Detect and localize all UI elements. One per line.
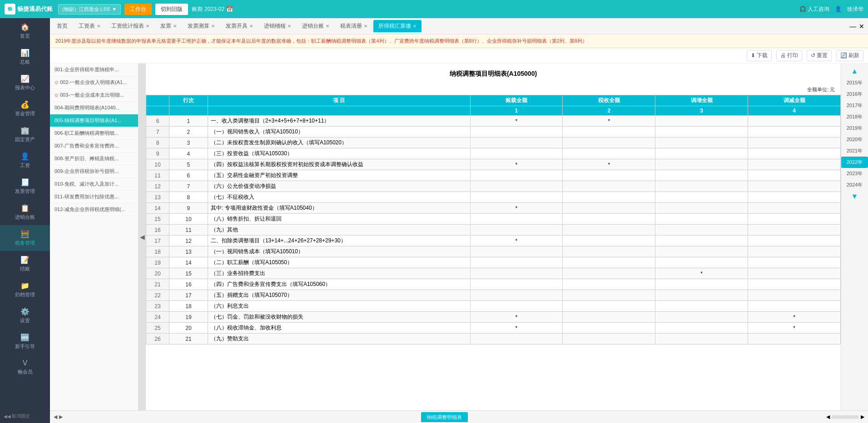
row-c3[interactable]	[655, 312, 748, 323]
refresh-button[interactable]: 🔄 刷新	[836, 50, 863, 61]
row-index[interactable]: 19	[169, 312, 208, 323]
row-c4[interactable]	[748, 116, 841, 127]
row-line-num[interactable]: 19	[146, 257, 169, 268]
row-index[interactable]: 9	[169, 203, 208, 214]
row-c3[interactable]	[655, 301, 748, 312]
row-c3[interactable]	[655, 246, 748, 257]
row-c1[interactable]	[470, 214, 563, 225]
year-2018[interactable]: 2018年	[841, 111, 868, 123]
nav-item-002[interactable]: ⊙ 002-一般企业收入明细表(A1...	[50, 76, 138, 89]
row-c1[interactable]: *	[470, 159, 563, 170]
row-c4[interactable]	[748, 301, 841, 312]
row-c2[interactable]	[563, 181, 655, 192]
window-minimize[interactable]: —	[850, 23, 856, 30]
row-c3[interactable]	[655, 214, 748, 225]
tab-salary-stats-close[interactable]: ✕	[146, 24, 149, 29]
row-c2[interactable]	[563, 334, 655, 344]
row-index[interactable]: 20	[169, 323, 208, 334]
sidebar-item-reports[interactable]: 📈 报表中心	[0, 70, 50, 96]
scroll-bar[interactable]	[832, 415, 859, 419]
row-line-num[interactable]: 7	[146, 127, 169, 138]
old-version-button[interactable]: 切到旧版	[155, 4, 188, 15]
row-c1[interactable]: *	[470, 312, 563, 323]
row-c4[interactable]	[748, 290, 841, 301]
row-c2[interactable]	[563, 203, 655, 214]
nav-item-010[interactable]: 010-免税、减计收入及加计...	[50, 178, 138, 191]
tab-purchase-audit[interactable]: 进销稽核 ✕	[259, 20, 296, 32]
row-line-num[interactable]: 23	[146, 301, 169, 312]
tab-purchase-ledger-close[interactable]: ✕	[326, 24, 329, 29]
row-c2[interactable]	[563, 290, 655, 301]
row-c4[interactable]	[748, 148, 841, 159]
row-index[interactable]: 6	[169, 170, 208, 181]
year-2019[interactable]: 2019年	[841, 123, 868, 134]
support-link[interactable]: 🎧 人工咨询	[799, 5, 829, 13]
nav-item-005[interactable]: 005-纳税调整项目明细表(A1...	[50, 114, 138, 127]
row-c4[interactable]	[748, 214, 841, 225]
row-c4[interactable]	[748, 236, 841, 246]
row-c4[interactable]	[748, 203, 841, 214]
row-c1[interactable]	[470, 334, 563, 344]
calendar-icon[interactable]: 📅	[226, 6, 233, 12]
year-2022[interactable]: 2022年	[841, 157, 868, 168]
row-c1[interactable]	[470, 148, 563, 159]
nav-item-012[interactable]: 012-减免企业所得税优惠明细(...	[50, 203, 138, 216]
row-line-num[interactable]: 10	[146, 159, 169, 170]
row-c1[interactable]	[470, 257, 563, 268]
nav-item-011[interactable]: 011-研发费用加计扣除优惠...	[50, 191, 138, 203]
row-line-num[interactable]: 21	[146, 279, 169, 290]
year-2024[interactable]: 2024年	[841, 179, 868, 191]
pin-toggle[interactable]: ◀◀ 取消固定	[0, 409, 50, 423]
sidebar-item-assets[interactable]: 🏢 固定资产	[0, 122, 50, 148]
row-c2[interactable]	[563, 268, 655, 279]
tab-invoice-issue[interactable]: 发票开具 ✕	[221, 20, 258, 32]
row-index[interactable]: 8	[169, 192, 208, 203]
row-index[interactable]: 1	[169, 116, 208, 127]
row-c2[interactable]	[563, 312, 655, 323]
tab-income-tax[interactable]: 所得税汇算缴 ✕	[373, 20, 422, 32]
row-line-num[interactable]: 18	[146, 246, 169, 257]
row-c3[interactable]	[655, 138, 748, 148]
nav-item-006[interactable]: 006-职工薪酬纳税调整明细...	[50, 127, 138, 140]
row-c3[interactable]	[655, 279, 748, 290]
row-line-num[interactable]: 14	[146, 203, 169, 214]
year-2016[interactable]: 2016年	[841, 89, 868, 100]
tab-tax-list[interactable]: 税表清册 ✕	[335, 20, 372, 32]
row-c3[interactable]	[655, 181, 748, 192]
row-line-num[interactable]: 13	[146, 192, 169, 203]
sidebar-item-settings[interactable]: ⚙️ 设置	[0, 303, 50, 329]
row-c4[interactable]: *	[748, 312, 841, 323]
row-c1[interactable]: *	[470, 236, 563, 246]
tab-invoice-close[interactable]: ✕	[173, 24, 177, 29]
row-index[interactable]: 11	[169, 225, 208, 236]
sidebar-item-guide[interactable]: 🆕 新手引导	[0, 329, 50, 354]
row-c3[interactable]	[655, 148, 748, 159]
nav-item-007[interactable]: 007-广告费和业务宣传费跨...	[50, 140, 138, 152]
row-c4[interactable]	[748, 257, 841, 268]
tab-purchase-ledger[interactable]: 进销台账 ✕	[297, 20, 334, 32]
row-index[interactable]: 5	[169, 159, 208, 170]
row-c2[interactable]: *	[563, 116, 655, 127]
row-line-num[interactable]: 6	[146, 116, 169, 127]
row-c4[interactable]	[748, 246, 841, 257]
row-c1[interactable]	[470, 127, 563, 138]
row-index[interactable]: 2	[169, 127, 208, 138]
row-index[interactable]: 13	[169, 246, 208, 257]
row-index[interactable]: 10	[169, 214, 208, 225]
row-c1[interactable]	[470, 246, 563, 257]
row-c4[interactable]	[748, 334, 841, 344]
scroll-right[interactable]: ▶	[861, 414, 864, 420]
row-index[interactable]: 14	[169, 257, 208, 268]
reset-button[interactable]: ↺ 重置	[807, 50, 832, 61]
row-c2[interactable]	[563, 246, 655, 257]
tab-income-tax-close[interactable]: ✕	[413, 24, 417, 29]
row-c4[interactable]	[748, 170, 841, 181]
row-index[interactable]: 15	[169, 268, 208, 279]
row-c1[interactable]	[470, 192, 563, 203]
row-index[interactable]: 16	[169, 279, 208, 290]
row-c1[interactable]	[470, 138, 563, 148]
row-c4[interactable]	[748, 225, 841, 236]
tab-invoice-calc[interactable]: 发票测算 ✕	[183, 20, 220, 32]
row-c2[interactable]	[563, 214, 655, 225]
row-line-num[interactable]: 24	[146, 312, 169, 323]
